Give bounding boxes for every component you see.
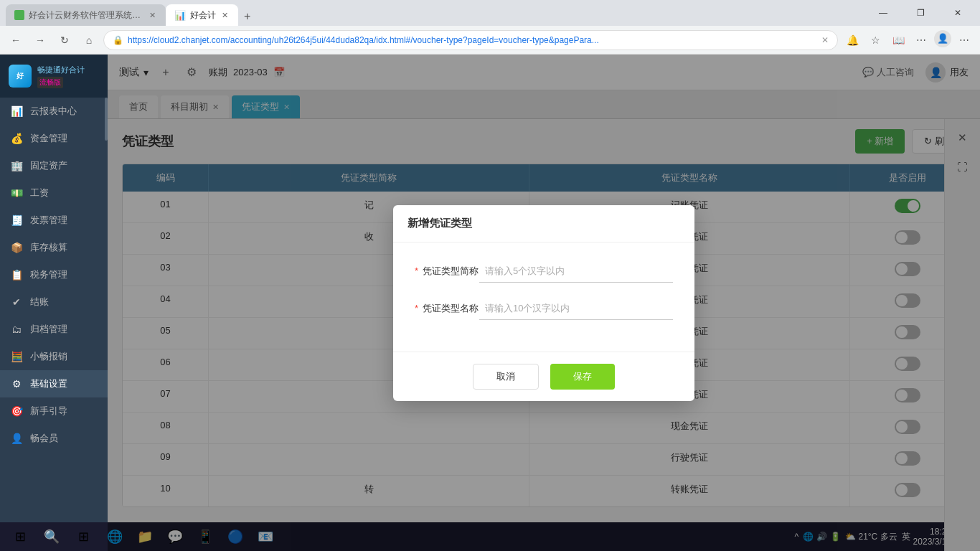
archive-icon: 🗂: [10, 323, 23, 336]
sidebar-label-archive: 归档管理: [30, 323, 67, 336]
extensions-button[interactable]: 🔔: [842, 30, 862, 50]
logo-title: 畅捷通好合计: [37, 65, 85, 75]
assets-icon: 🏢: [10, 159, 23, 172]
tab2-label: 好会计: [190, 9, 216, 22]
sidebar-item-member[interactable]: 👤 畅会员: [0, 425, 108, 452]
sidebar-label-funds: 资金管理: [30, 132, 67, 145]
more-button[interactable]: ⋯: [954, 30, 974, 50]
modal-overlay: 新增凭证类型 * 凭证类型简称 * 凭证类型名称 取消 保存: [108, 55, 980, 551]
form-row-abbr: * 凭证类型简称: [415, 260, 673, 283]
sidebar-item-archive[interactable]: 🗂 归档管理: [0, 316, 108, 343]
back-button[interactable]: ←: [6, 30, 26, 50]
sidebar-item-settings[interactable]: ⚙ 基础设置: [0, 370, 108, 397]
browser-settings-button[interactable]: ⋯: [911, 30, 931, 50]
modal-dialog: 新增凭证类型 * 凭证类型简称 * 凭证类型名称 取消 保存: [393, 205, 694, 401]
tax-icon: 📋: [10, 268, 23, 281]
logo-text: 畅捷通好合计 流畅版: [37, 65, 85, 88]
reports-icon: 📊: [10, 105, 23, 118]
window-controls: — ❐ ✕: [867, 2, 974, 24]
favorites-button[interactable]: ☆: [865, 30, 885, 50]
new-tab-button[interactable]: +: [238, 7, 256, 26]
field-abbr-label: * 凭证类型简称: [415, 265, 479, 278]
sidebar-label-inventory: 库存核算: [30, 241, 67, 254]
modal-header: 新增凭证类型: [393, 205, 694, 242]
task-view-button[interactable]: ⊞: [69, 524, 98, 550]
sidebar-item-funds[interactable]: 💰 资金管理: [0, 125, 108, 152]
minimize-button[interactable]: —: [867, 2, 900, 24]
required-star-1: *: [415, 265, 418, 276]
tab2-close[interactable]: ✕: [220, 9, 230, 22]
member-icon: 👤: [10, 432, 23, 445]
sidebar-item-salary[interactable]: 💵 工资: [0, 179, 108, 207]
sidebar-scroll: 📊 云报表中心 💰 资金管理 🏢 固定资产 💵 工资 🧾 发票管理 📦: [0, 98, 108, 524]
start-button[interactable]: ⊞: [6, 524, 34, 550]
sidebar: 好 畅捷通好合计 流畅版 📊 云报表中心 💰 资金管理 🏢 固定资产 💵 工资: [0, 55, 108, 551]
browser-action-buttons: 🔔 ☆ 📖 ⋯ 👤 ⋯: [842, 30, 974, 50]
save-button[interactable]: 保存: [550, 364, 615, 390]
sidebar-item-assets[interactable]: 🏢 固定资产: [0, 152, 108, 179]
tab1-favicon: [14, 10, 24, 20]
modal-footer: 取消 保存: [393, 352, 694, 401]
sidebar-item-expense[interactable]: 🧮 小畅报销: [0, 343, 108, 370]
address-bar[interactable]: 🔒 https://cloud2.chanjet.com/accounting/…: [103, 30, 838, 50]
browser-tab-1[interactable]: 好会计云财务软件管理系统_会计 ✕: [6, 4, 166, 26]
sidebar-label-checkout: 结账: [30, 296, 49, 309]
sidebar-item-tax[interactable]: 📋 税务管理: [0, 261, 108, 288]
logo-icon: 好: [9, 65, 32, 88]
collections-button[interactable]: 📖: [888, 30, 908, 50]
sidebar-label-invoice: 发票管理: [30, 214, 67, 227]
salary-icon: 💵: [10, 187, 23, 199]
home-button[interactable]: ⌂: [79, 30, 99, 50]
refresh-icon-inline: ✕: [821, 35, 829, 45]
field-abbr-input[interactable]: [479, 260, 673, 283]
tab1-label: 好会计云财务软件管理系统_会计: [29, 9, 143, 22]
required-star-2: *: [415, 303, 418, 314]
profile-button[interactable]: 👤: [934, 30, 951, 47]
settings-icon: ⚙: [10, 377, 23, 390]
tab2-favicon: 📊: [174, 10, 186, 21]
sidebar-item-reports[interactable]: 📊 云报表中心: [0, 98, 108, 125]
forward-button[interactable]: →: [30, 30, 50, 50]
modal-body: * 凭证类型简称 * 凭证类型名称: [393, 242, 694, 352]
browser-tabs: 好会计云财务软件管理系统_会计 ✕ 📊 好会计 ✕ +: [6, 0, 867, 26]
funds-icon: 💰: [10, 132, 23, 145]
browser-titlebar: 好会计云财务软件管理系统_会计 ✕ 📊 好会计 ✕ + — ❐ ✕: [0, 0, 980, 26]
address-text: https://cloud2.chanjet.com/accounting/uh…: [128, 35, 819, 45]
sidebar-item-inventory[interactable]: 📦 库存核算: [0, 234, 108, 261]
browser-tab-2[interactable]: 📊 好会计 ✕: [166, 4, 238, 26]
sidebar-label-member: 畅会员: [30, 432, 58, 445]
sidebar-item-invoice[interactable]: 🧾 发票管理: [0, 207, 108, 234]
sidebar-logo: 好 畅捷通好合计 流畅版: [0, 55, 108, 98]
sidebar-item-guide[interactable]: 🎯 新手引导: [0, 397, 108, 425]
sidebar-label-expense: 小畅报销: [30, 350, 67, 363]
sidebar-label-guide: 新手引导: [30, 405, 67, 418]
search-button[interactable]: 🔍: [37, 524, 66, 550]
field-name-input[interactable]: [479, 297, 673, 320]
field-name-label: * 凭证类型名称: [415, 302, 479, 315]
lock-icon: 🔒: [113, 35, 123, 45]
sidebar-label-salary: 工资: [30, 187, 49, 199]
sidebar-label-tax: 税务管理: [30, 268, 67, 281]
tab1-close[interactable]: ✕: [148, 9, 157, 22]
invoice-icon: 🧾: [10, 214, 23, 227]
maximize-button[interactable]: ❐: [904, 2, 937, 24]
cancel-button[interactable]: 取消: [473, 364, 539, 390]
form-row-name: * 凭证类型名称: [415, 297, 673, 320]
checkout-icon: ✔: [10, 296, 23, 309]
guide-icon: 🎯: [10, 405, 23, 418]
sidebar-item-checkout[interactable]: ✔ 结账: [0, 288, 108, 316]
modal-title: 新增凭证类型: [407, 217, 472, 229]
inventory-icon: 📦: [10, 241, 23, 254]
sidebar-label-assets: 固定资产: [30, 159, 67, 172]
sidebar-label-reports: 云报表中心: [30, 105, 77, 118]
close-button[interactable]: ✕: [941, 2, 974, 24]
logo-badge: 流畅版: [37, 77, 63, 88]
sidebar-label-settings: 基础设置: [30, 377, 67, 390]
expense-icon: 🧮: [10, 350, 23, 363]
refresh-button[interactable]: ↻: [55, 30, 75, 50]
browser-addressbar: ← → ↻ ⌂ 🔒 https://cloud2.chanjet.com/acc…: [0, 26, 980, 55]
